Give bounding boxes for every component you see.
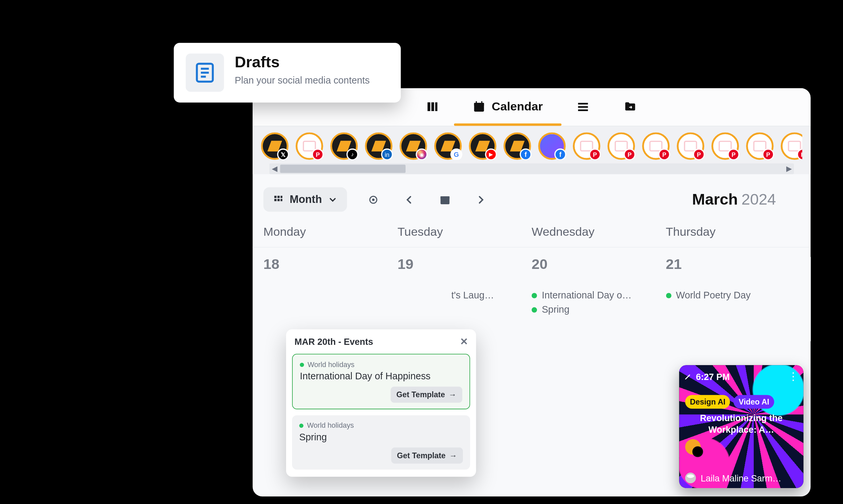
account-avatar[interactable]: P [607,132,635,160]
nav-columns[interactable] [426,100,440,114]
pin-badge-icon: P [797,148,802,160]
dow-thu: Thursday [666,225,800,238]
nav-share[interactable] [623,100,637,114]
drafts-card[interactable]: Drafts Plan your social media contents [174,43,401,103]
popover-close-button[interactable]: ✕ [460,337,468,346]
chip-video-ai: Video AI [734,395,774,409]
event-label: Spring [541,304,569,315]
pin-badge-icon: P [624,148,636,160]
svg-rect-11 [578,103,588,104]
ig-badge-icon: ◉ [416,148,428,160]
pin-badge-icon: P [658,148,670,160]
svg-rect-15 [277,196,280,198]
preview-user: Laila Maline Sarm… [685,472,797,483]
event-chip[interactable]: World Poetry Day [666,288,800,302]
get-template-button[interactable]: Get Template→ [390,386,462,403]
drafts-title: Drafts [235,54,370,71]
svg-rect-18 [277,199,280,201]
event-label: International Day o… [541,290,632,301]
date-num: 18 [263,256,279,273]
tk-badge-icon: ♪ [346,148,358,160]
account-avatar[interactable]: P [296,132,323,160]
yt-badge-icon: ▶ [485,148,497,160]
x-badge-icon: 𝕏 [277,148,289,160]
account-avatar[interactable]: P [780,132,802,160]
event-chip[interactable]: t's Laug… [451,288,532,302]
get-template-button[interactable]: Get Template→ [391,448,463,464]
nav-list[interactable] [576,100,589,114]
account-avatar[interactable]: f [538,132,566,160]
event-chip[interactable]: Spring [532,302,666,317]
view-selector[interactable]: Month [263,187,347,212]
event-card[interactable]: World holidaysSpringGet Template→ [292,415,470,469]
drafts-doc-icon [186,54,224,92]
account-avatar[interactable]: G [434,132,462,160]
nav-calendar-label: Calendar [492,100,543,113]
arrow-right-icon: → [449,451,457,460]
account-avatar[interactable]: f [503,132,531,160]
drafts-subtitle: Plan your social media contents [235,74,370,87]
pin-badge-icon: P [762,148,774,160]
account-avatar[interactable]: P [573,132,600,160]
dow-mon: Monday [263,225,398,238]
nav-calendar[interactable]: Calendar [472,100,543,114]
events-popover: MAR 20th - Events ✕ World holidaysIntern… [286,329,476,477]
account-avatar[interactable]: in [365,132,393,160]
pin-badge-icon: P [693,148,705,160]
post-preview-card[interactable]: 6:27 PM ⋮ Design AI Video AI Revolutioni… [679,365,803,488]
accounts-strip: 𝕏P♪in◉G▶ffPPPPPPP [253,126,810,174]
account-avatar[interactable]: P [642,132,670,160]
event-dot-icon [666,293,671,298]
svg-rect-17 [274,199,276,201]
event-card[interactable]: World holidaysInternational Day of Happi… [292,354,470,409]
account-avatar[interactable]: P [746,132,774,160]
dow-tue: Tuesday [398,225,532,238]
account-avatar[interactable]: ◉ [400,132,427,160]
event-chip[interactable]: International Day o… [532,288,666,302]
calendar-icon [472,100,486,113]
scrollbar-thumb[interactable] [280,164,406,173]
dow-wed: Wednesday [532,225,666,238]
event-category: World holidays [299,421,463,429]
today-button[interactable] [364,190,383,209]
svg-rect-8 [474,103,484,105]
event-title: Spring [299,432,463,443]
columns-icon [426,100,440,113]
event-dot-icon [300,362,304,367]
month-label: March2024 [692,190,776,209]
account-avatar[interactable]: P [711,132,739,160]
grid-icon [273,194,283,205]
date-cell-20[interactable]: 20 International Day o… Spring [532,248,666,427]
share-folder-icon [623,100,637,113]
date-picker-button[interactable] [435,190,455,209]
accounts-scrollbar[interactable] [270,163,794,174]
pin-badge-icon: P [312,148,324,160]
account-avatar[interactable]: 𝕏 [261,132,288,160]
next-button[interactable] [471,190,491,209]
svg-rect-14 [274,196,276,198]
preview-menu-button[interactable]: ⋮ [788,370,798,383]
svg-rect-12 [578,106,588,107]
svg-rect-13 [578,109,588,111]
date-num: 19 [398,256,414,273]
calendar-toolbar: Month March2024 [253,174,810,215]
preview-network-icon [685,439,701,455]
nav-underline [454,123,562,126]
preview-time: 6:27 PM [684,371,730,382]
accounts-row[interactable]: 𝕏P♪in◉G▶ffPPPPPPP [261,132,802,160]
event-label: t's Laug… [451,290,494,301]
pin-badge-icon: P [727,148,739,160]
prev-button[interactable] [400,190,419,209]
svg-rect-23 [441,196,449,199]
date-num: 20 [532,256,548,273]
in-badge-icon: in [381,148,393,160]
list-icon [576,100,589,113]
account-avatar[interactable]: P [677,132,704,160]
account-avatar[interactable]: ♪ [330,132,358,160]
event-label: World Poetry Day [676,290,751,301]
svg-rect-10 [481,101,482,104]
month-year: 2024 [741,190,776,208]
view-label: Month [290,193,322,206]
account-avatar[interactable]: ▶ [469,132,497,160]
date-num: 21 [666,256,682,273]
